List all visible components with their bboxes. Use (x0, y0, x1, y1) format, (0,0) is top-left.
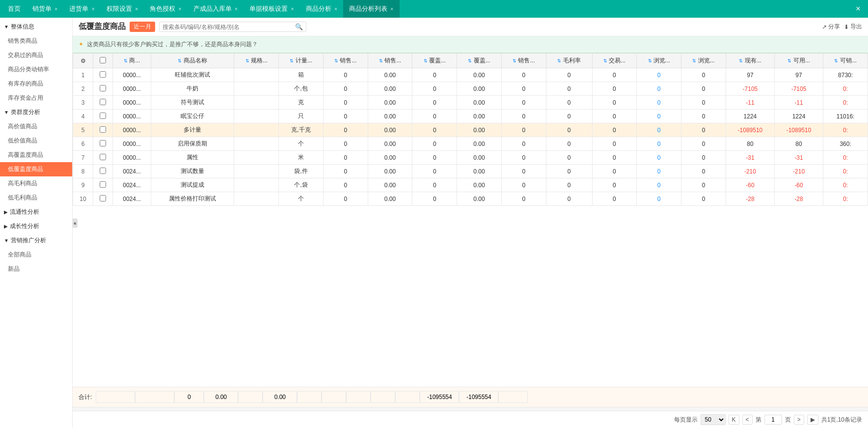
period-button[interactable]: 近一月 (130, 22, 155, 32)
settings-icon[interactable]: ⚙ (81, 57, 86, 64)
col-header-code[interactable]: ⇅ 商... (113, 54, 151, 68)
nav-tab-close-3[interactable]: × (135, 6, 138, 12)
row-checkbox[interactable] (100, 181, 106, 188)
browse1[interactable]: 0 (657, 113, 661, 120)
search-input[interactable] (163, 24, 295, 30)
nav-tab-7[interactable]: 商品分析× (300, 0, 343, 18)
nav-tab-3[interactable]: 权限设置× (101, 0, 144, 18)
row-checkbox[interactable] (100, 99, 106, 105)
col-header-current_stock[interactable]: ⇅ 现有... (726, 54, 774, 68)
col-header-browse2[interactable]: ⇅ 浏览... (681, 54, 726, 68)
sidebar-item-0-3[interactable]: 有库存的商品 (0, 77, 72, 91)
sidebar-item-1-1[interactable]: 低价值商品 (0, 134, 72, 148)
sidebar-item-1-2[interactable]: 高覆盖度商品 (0, 148, 72, 162)
row-checkbox[interactable] (100, 168, 106, 174)
nav-tab-8[interactable]: 商品分析列表× (343, 0, 399, 18)
sort-icon: ⇅ (834, 58, 838, 63)
last-page-button[interactable]: ▶ (807, 415, 818, 425)
page-number-input[interactable] (764, 415, 782, 425)
sort-icon: ⇅ (513, 58, 516, 63)
sidebar-item-0-4[interactable]: 库存资金占用 (0, 91, 72, 105)
sidebar-item-1-5[interactable]: 低毛利商品 (0, 191, 72, 205)
sales-amt: 0.00 (384, 99, 396, 106)
sidebar-section-4[interactable]: ▼营销推广分析 (0, 233, 72, 248)
browse1[interactable]: 0 (657, 141, 661, 147)
first-page-button[interactable]: K (729, 415, 739, 425)
window-close-button[interactable]: × (850, 1, 866, 17)
nav-tab-close-7[interactable]: × (334, 6, 337, 12)
available-stock: -28 (794, 196, 803, 202)
row-checkbox[interactable] (100, 126, 106, 133)
nav-tab-close-4[interactable]: × (178, 6, 181, 12)
nav-tab-close-1[interactable]: × (54, 6, 57, 12)
nav-tab-1[interactable]: 销货单× (27, 0, 63, 18)
sales-qty: 0 (344, 168, 347, 175)
row-number: 9 (81, 182, 85, 189)
col-header-coverage1[interactable]: ⇅ 覆盖... (412, 54, 457, 68)
browse1[interactable]: 0 (657, 72, 661, 79)
sidebar-section-3[interactable]: ▶成长性分析 (0, 219, 72, 233)
sidebar-item-1-4[interactable]: 高毛利商品 (0, 176, 72, 191)
sidebar-item-4-0[interactable]: 全部商品 (0, 248, 72, 262)
select-all-checkbox[interactable] (100, 57, 106, 63)
row-checkbox[interactable] (100, 154, 106, 160)
nav-tab-close-2[interactable]: × (91, 6, 94, 12)
browse1[interactable]: 0 (657, 196, 661, 202)
sidebar-item-1-0[interactable]: 高价值商品 (0, 119, 72, 134)
sort-icon: ⇅ (603, 58, 607, 63)
browse2: 0 (702, 86, 705, 92)
browse1[interactable]: 0 (657, 99, 661, 106)
col-header-coverage2[interactable]: ⇅ 覆盖... (457, 54, 502, 68)
horizontal-scrollbar[interactable] (73, 407, 868, 411)
row-checkbox[interactable] (100, 195, 106, 201)
nav-tab-close-5[interactable]: × (235, 6, 238, 12)
sidebar-section-0[interactable]: ▼整体信息 (0, 20, 72, 34)
browse1[interactable]: 0 (657, 182, 661, 189)
col-header-sales_qty[interactable]: ⇅ 销售... (323, 54, 368, 68)
nav-tab-4[interactable]: 角色授权× (144, 0, 187, 18)
col-header-sales_extra[interactable]: ⇅ 销售... (501, 54, 546, 68)
nav-tab-6[interactable]: 单据模板设置× (244, 0, 299, 18)
col-header-name[interactable]: ⇅ 商品名称 (151, 54, 234, 68)
col-header-browse1[interactable]: ⇅ 浏览... (637, 54, 681, 68)
sidebar-item-0-0[interactable]: 销售类商品 (0, 34, 72, 48)
col-header-checkbox[interactable] (93, 54, 113, 68)
table-wrapper[interactable]: ⚙⇅ 商...⇅ 商品名称⇅ 规格...⇅ 计量...⇅ 销售...⇅ 销售..… (73, 53, 868, 387)
export-button[interactable]: ⬇ 导出 (844, 23, 862, 31)
col-header-saleable[interactable]: ⇅ 可销... (823, 54, 868, 68)
next-page-button[interactable]: > (794, 415, 804, 425)
row-checkbox[interactable] (100, 71, 106, 78)
saleable: 0: (843, 86, 848, 92)
col-header-spec[interactable]: ⇅ 规格... (234, 54, 279, 68)
col-header-available_stock[interactable]: ⇅ 可用... (774, 54, 823, 68)
browse1[interactable]: 0 (657, 86, 661, 92)
nav-tab-close-6[interactable]: × (291, 6, 294, 12)
row-checkbox[interactable] (100, 85, 106, 91)
row-checkbox[interactable] (100, 113, 106, 119)
nav-tab-5[interactable]: 产成品入库单× (188, 0, 244, 18)
col-header-sales_amt[interactable]: ⇅ 销售... (368, 54, 412, 68)
col-header-settings[interactable]: ⚙ (73, 54, 93, 68)
col-header-unit[interactable]: ⇅ 计量... (279, 54, 324, 68)
nav-tab-close-8[interactable]: × (390, 6, 393, 12)
sidebar-item-0-1[interactable]: 交易过的商品 (0, 48, 72, 62)
sidebar-section-2[interactable]: ▶流通性分析 (0, 205, 72, 219)
sidebar-item-4-1[interactable]: 新品 (0, 262, 72, 276)
row-checkbox[interactable] (100, 140, 106, 146)
browse1[interactable]: 0 (657, 168, 661, 175)
browse1[interactable]: 0 (657, 154, 661, 161)
coverage1: 0 (433, 168, 436, 175)
prev-page-button[interactable]: < (742, 415, 753, 425)
col-header-transaction[interactable]: ⇅ 交易... (592, 54, 637, 68)
transaction: 0 (613, 99, 616, 106)
nav-tab-0[interactable]: 首页 (2, 0, 27, 18)
sidebar-collapse-button[interactable]: « (73, 218, 78, 228)
share-button[interactable]: ↗ 分享 (822, 23, 840, 31)
browse1[interactable]: 0 (657, 127, 661, 134)
page-size-select[interactable]: 50 20 100 (701, 414, 726, 425)
sidebar-section-1[interactable]: ▼类群度分析 (0, 105, 72, 119)
sidebar-item-0-2[interactable]: 商品分类动销率 (0, 62, 72, 77)
col-header-gross_margin[interactable]: ⇅ 毛利率 (546, 54, 592, 68)
sidebar-item-1-3[interactable]: 低覆盖度商品 (0, 162, 72, 176)
nav-tab-2[interactable]: 进货单× (63, 0, 100, 18)
